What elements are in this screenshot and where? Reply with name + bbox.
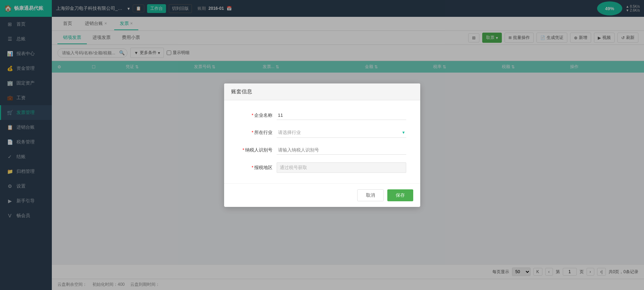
modal-footer: 取消 保存 — [224, 183, 420, 207]
industry-dropdown-icon: ▾ — [402, 130, 405, 135]
tax-region-label: *报税地区 — [238, 164, 277, 171]
save-button[interactable]: 保存 — [387, 189, 413, 201]
industry-placeholder: 请选择行业 — [278, 129, 301, 136]
industry-select[interactable]: 请选择行业 ▾ — [277, 128, 406, 138]
cancel-button[interactable]: 取消 — [357, 189, 384, 201]
modal-title: 账套信息 — [224, 83, 420, 100]
tax-id-input[interactable] — [277, 146, 406, 155]
company-name-input[interactable] — [277, 111, 406, 120]
tax-region-row: *报税地区 通过税号获取 — [238, 162, 406, 173]
company-name-row: *企业名称 — [238, 111, 406, 120]
modal-overlay: 账套信息 *企业名称 *所在行业 请选择行业 ▾ — [0, 0, 644, 290]
industry-row: *所在行业 请选择行业 ▾ — [238, 128, 406, 138]
industry-label: *所在行业 — [238, 129, 277, 136]
account-info-modal: 账套信息 *企业名称 *所在行业 请选择行业 ▾ — [224, 83, 420, 207]
modal-body: *企业名称 *所在行业 请选择行业 ▾ *纳税人识别号 — [224, 100, 420, 183]
tax-region-display: 通过税号获取 — [277, 162, 406, 173]
tax-id-row: *纳税人识别号 — [238, 146, 406, 155]
tax-id-label: *纳税人识别号 — [238, 147, 277, 153]
company-name-label: *企业名称 — [238, 112, 277, 119]
